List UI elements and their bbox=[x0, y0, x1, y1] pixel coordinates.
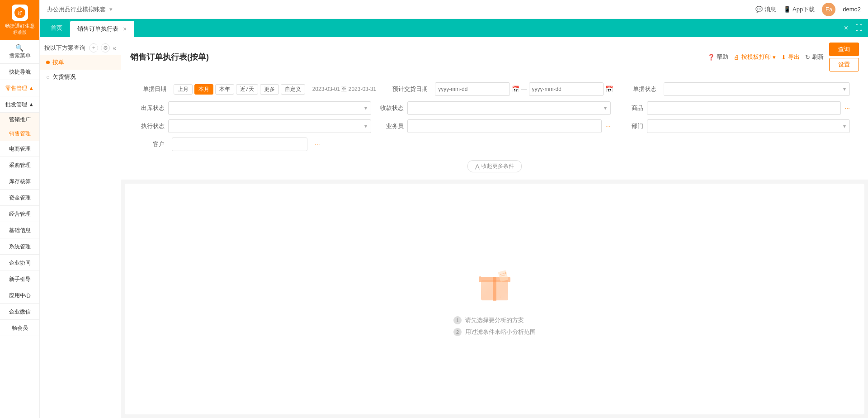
print-button[interactable]: 🖨 按模板打印 ▾ bbox=[734, 53, 776, 61]
refresh-button[interactable]: ↻ 刷新 bbox=[805, 53, 824, 61]
date-btn-thismonth[interactable]: 本月 bbox=[194, 84, 213, 95]
sidebar-item-marketing[interactable]: 营销推广 bbox=[0, 113, 39, 127]
collapse-label: 收起更多条件 bbox=[481, 162, 514, 170]
sidebar-item-corpwechat[interactable]: 企业微信 bbox=[0, 304, 39, 320]
customer-input[interactable] bbox=[172, 138, 307, 151]
collapse-panel-button[interactable]: « bbox=[113, 44, 116, 52]
svg-text:✦: ✦ bbox=[479, 275, 481, 278]
user-avatar[interactable]: Ea bbox=[822, 3, 835, 16]
settings-button[interactable]: 设置 bbox=[829, 58, 859, 71]
empty-state: ✦ ✦ ✦ 1 请先选择要分析的方案 2 bbox=[125, 184, 864, 414]
tab-close-all-button[interactable]: × bbox=[842, 22, 850, 34]
salesperson-picker-icon[interactable]: ··· bbox=[605, 123, 611, 130]
date-start-input[interactable] bbox=[435, 82, 509, 96]
tab-maximize-button[interactable]: ⛶ bbox=[854, 22, 864, 34]
customer-picker-icon[interactable]: ··· bbox=[315, 141, 320, 148]
svg-text:好: 好 bbox=[18, 10, 22, 15]
scheme-label: 欠货情况 bbox=[52, 73, 76, 81]
settings-scheme-button[interactable]: ⚙ bbox=[101, 43, 110, 52]
date-btn-more[interactable]: 更多 bbox=[260, 84, 279, 95]
sidebar-item-inventory[interactable]: 库存核算 bbox=[0, 173, 39, 190]
left-panel: 按以下方案查询 + ⚙ « 按单 ○ 欠货情况 bbox=[40, 37, 121, 418]
sidebar-item-retail[interactable]: 零售管理 ▲ bbox=[0, 80, 39, 96]
tab-home-label: 首页 bbox=[51, 24, 62, 32]
filter-row-4: 客户 ··· bbox=[139, 138, 850, 151]
page-content: 按以下方案查询 + ⚙ « 按单 ○ 欠货情况 销售订单执行表(按 bbox=[40, 37, 868, 418]
sidebar-item-system[interactable]: 系统管理 bbox=[0, 238, 39, 255]
date-end-input[interactable] bbox=[529, 82, 604, 96]
user-name[interactable]: demo2 bbox=[843, 6, 861, 13]
sidebar-item-purchase[interactable]: 采购管理 bbox=[0, 157, 39, 173]
sidebar-item-basic[interactable]: 基础信息 bbox=[0, 222, 39, 238]
search-menu-item[interactable]: 🔍 搜索菜单 bbox=[0, 40, 39, 64]
message-button[interactable]: 💬 消息 bbox=[755, 5, 776, 14]
product-picker-icon[interactable]: ··· bbox=[844, 104, 850, 112]
shipment-dropdown[interactable]: ▾ bbox=[168, 101, 371, 115]
filter-item-dept: 部门 ▾ bbox=[618, 119, 850, 133]
date-btn-custom[interactable]: 自定义 bbox=[281, 84, 305, 95]
tab-home[interactable]: 首页 bbox=[43, 19, 70, 37]
scheme-item-欠货情况[interactable]: ○ 欠货情况 bbox=[40, 70, 121, 84]
download-icon: 📱 bbox=[783, 6, 791, 13]
scheme-label: 按单 bbox=[52, 58, 64, 66]
print-label: 按模板打印 bbox=[741, 53, 771, 61]
product-input[interactable] bbox=[647, 101, 841, 115]
tab-close-button[interactable]: × bbox=[123, 25, 127, 33]
sidebar-item-newuser[interactable]: 新手引导 bbox=[0, 271, 39, 287]
filter-area: 单据日期 上月 本月 本年 近7天 更多 自定义 2023-03-01 至 20… bbox=[130, 77, 859, 180]
date-separator: — bbox=[521, 86, 527, 93]
app-download-label: App下载 bbox=[793, 5, 815, 14]
date-btn-thisyear[interactable]: 本年 bbox=[215, 84, 234, 95]
export-button[interactable]: ⬇ 导出 bbox=[781, 53, 800, 61]
sidebar-item-finance[interactable]: 资金管理 bbox=[0, 190, 39, 206]
exec-status-dropdown[interactable]: ▾ bbox=[168, 119, 371, 133]
breadcrumb-arrow[interactable]: ▾ bbox=[109, 6, 113, 13]
sidebar-item-sales[interactable]: 销售管理 bbox=[0, 127, 39, 141]
sidebar-item-appcenter[interactable]: 应用中心 bbox=[0, 287, 39, 304]
sidebar-item-operations[interactable]: 经营管理 bbox=[0, 206, 39, 222]
date-quick-buttons: 上月 本月 本年 近7天 更多 自定义 bbox=[174, 84, 305, 95]
empty-tips-container: 1 请先选择要分析的方案 2 用过滤条件来缩小分析范围 bbox=[453, 316, 536, 336]
date-end-icon[interactable]: 📅 bbox=[605, 86, 613, 93]
filter-row-3: 执行状态 ▾ 业务员 ··· 部门 bbox=[139, 119, 850, 133]
filter-row-2: 出库状态 ▾ 收款状态 ▾ bbox=[139, 101, 850, 115]
page-title: 销售订单执行表(按单) bbox=[130, 52, 209, 62]
filter-item-product: 商品 ··· bbox=[618, 101, 850, 115]
date-btn-7days[interactable]: 近7天 bbox=[236, 84, 258, 95]
chevron-down-icon: ▾ bbox=[364, 123, 367, 129]
help-button[interactable]: ❓ 帮助 bbox=[708, 53, 728, 61]
tabbar: 首页 销售订单执行表 × × ⛶ bbox=[40, 19, 868, 37]
chevron-down-icon: ▾ bbox=[843, 86, 846, 92]
date-start-icon[interactable]: 📅 bbox=[512, 86, 519, 93]
app-download-button[interactable]: 📱 App下载 bbox=[783, 5, 815, 14]
help-icon: ❓ bbox=[708, 54, 715, 61]
chevron-down-icon: ▾ bbox=[843, 123, 846, 129]
export-icon: ⬇ bbox=[781, 54, 786, 61]
add-scheme-button[interactable]: + bbox=[89, 43, 98, 52]
chevron-down-icon: ▾ bbox=[604, 105, 607, 111]
filter-row-1: 单据日期 上月 本月 本年 近7天 更多 自定义 2023-03-01 至 20… bbox=[139, 82, 850, 96]
page-header-top: 销售订单执行表(按单) ❓ 帮助 🖨 按模板打印 ▾ ⬇ bbox=[130, 43, 859, 71]
collapse-button[interactable]: ⋀ 收起更多条件 bbox=[467, 160, 522, 172]
svg-text:✦: ✦ bbox=[499, 296, 501, 299]
empty-tip-2: 2 用过滤条件来缩小分析范围 bbox=[453, 328, 536, 336]
order-status-dropdown[interactable]: ▾ bbox=[664, 82, 850, 96]
logo-text: 畅捷通好生意 bbox=[5, 23, 35, 29]
date-btn-lastmonth[interactable]: 上月 bbox=[174, 84, 193, 95]
sidebar-item-member[interactable]: 畅会员 bbox=[0, 320, 39, 336]
salesperson-input[interactable] bbox=[407, 119, 602, 133]
sidebar-item-shortcuts[interactable]: 快捷导航 bbox=[0, 64, 39, 80]
scheme-item-按单[interactable]: 按单 bbox=[40, 55, 121, 70]
tip-text-1: 请先选择要分析的方案 bbox=[465, 316, 524, 324]
message-icon: 💬 bbox=[755, 6, 763, 13]
sidebar-item-ecommerce[interactable]: 电商管理 bbox=[0, 141, 39, 157]
sidebar-item-wholesale[interactable]: 批发管理 ▲ bbox=[0, 96, 39, 113]
tab-order-exec[interactable]: 销售订单执行表 × bbox=[70, 21, 134, 37]
dept-dropdown[interactable]: ▾ bbox=[647, 119, 850, 133]
search-button[interactable]: 查询 bbox=[829, 43, 859, 56]
tip-num-1: 1 bbox=[453, 316, 462, 324]
payment-dropdown[interactable]: ▾ bbox=[407, 101, 610, 115]
logo-area: 好 畅捷通好生意 标准版 bbox=[0, 0, 39, 40]
order-status-label: 单据状态 bbox=[629, 85, 656, 93]
sidebar-item-enterprise[interactable]: 企业协同 bbox=[0, 255, 39, 271]
